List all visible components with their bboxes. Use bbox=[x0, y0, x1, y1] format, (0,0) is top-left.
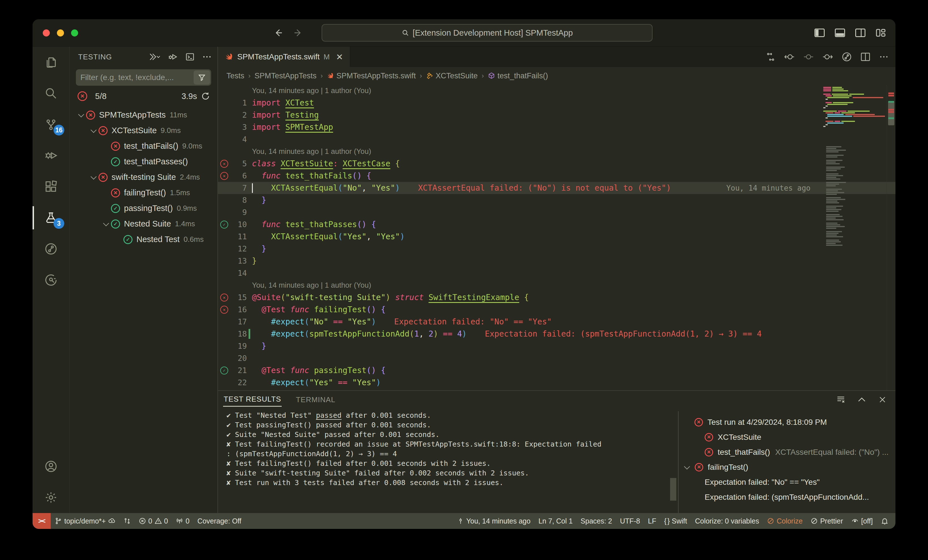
close-panel-icon[interactable] bbox=[878, 396, 887, 404]
code-editor[interactable]: You, 14 minutes ago | 1 author (You)1imp… bbox=[218, 85, 896, 390]
minimize-window-button[interactable] bbox=[57, 29, 64, 37]
chevron-down-icon[interactable] bbox=[91, 173, 96, 180]
code-line[interactable]: 11 XCTAssertEqual("Yes", "Yes") bbox=[218, 230, 896, 243]
code-line[interactable]: 17 #expect("No" == "Yes")Expectation fai… bbox=[218, 316, 896, 328]
result-tree-item[interactable]: Expectation failed: "No" == "Yes" bbox=[679, 475, 896, 490]
explorer-icon[interactable] bbox=[32, 47, 69, 78]
chevron-down-icon[interactable] bbox=[684, 464, 690, 470]
gutter-pass-icon[interactable]: ✓ bbox=[220, 367, 228, 374]
customize-layout-icon[interactable] bbox=[876, 29, 886, 37]
gutter-pass-icon[interactable]: ✓ bbox=[220, 221, 228, 228]
remote-indicator[interactable]: >< bbox=[32, 513, 51, 529]
code-line[interactable]: ✕6 func test_thatFails() { bbox=[218, 170, 896, 182]
code-line[interactable]: 18 #expect(spmTestAppFunctionAdd(1, 2) =… bbox=[218, 328, 896, 340]
source-control-icon[interactable]: 16 bbox=[32, 109, 69, 140]
coverage-item[interactable]: Coverage: Off bbox=[193, 513, 245, 529]
command-center-search[interactable]: [Extension Development Host] SPMTestApp bbox=[322, 24, 653, 41]
run-all-tests-icon[interactable] bbox=[149, 52, 160, 61]
gitlens-icon[interactable] bbox=[32, 233, 69, 265]
code-line[interactable]: 7 XCTAssertEqual("No", "Yes")XCTAssertEq… bbox=[218, 182, 896, 194]
previous-change-icon[interactable] bbox=[784, 52, 795, 62]
extensions-icon[interactable] bbox=[32, 171, 69, 202]
code-line[interactable]: 2import Testing bbox=[218, 109, 896, 121]
test-tree-item[interactable]: ✓Nested Suite1.4ms bbox=[70, 216, 217, 231]
tab-test-results[interactable]: TEST RESULTS bbox=[223, 393, 282, 407]
code-line[interactable]: ✕16 @Test func failingTest() { bbox=[218, 303, 896, 316]
breadcrumb-item[interactable]: Tests bbox=[226, 72, 244, 80]
code-line[interactable]: 19 } bbox=[218, 340, 896, 352]
blame-item[interactable]: You, 14 minutes ago bbox=[453, 513, 534, 529]
current-change-icon[interactable] bbox=[803, 52, 814, 62]
code-line[interactable]: 3import SPMTestApp bbox=[218, 121, 896, 133]
gitlens-inspect-icon[interactable] bbox=[32, 265, 69, 295]
code-line[interactable]: 8 } bbox=[218, 194, 896, 206]
breadcrumb-item[interactable]: SPMTestAppTests bbox=[255, 72, 316, 80]
test-tree-item[interactable]: ✕failingTest()1.5ms bbox=[70, 185, 217, 201]
test-tree-item[interactable]: ✓passingTest()0.9ms bbox=[70, 201, 217, 216]
zoom-window-button[interactable] bbox=[71, 29, 78, 37]
more-actions-icon[interactable] bbox=[202, 52, 212, 61]
split-editor-icon[interactable] bbox=[860, 52, 870, 61]
chevron-down-icon[interactable] bbox=[103, 220, 109, 226]
chevron-down-icon[interactable] bbox=[78, 111, 84, 117]
code-line[interactable]: ✓21 @Test func passingTest() { bbox=[218, 364, 896, 376]
language-item[interactable]: { }Swift bbox=[660, 513, 691, 529]
test-tree-item[interactable]: ✕XCTestSuite9.0ms bbox=[70, 123, 217, 138]
code-line[interactable]: 23 } bbox=[218, 389, 896, 390]
problems-item[interactable]: 0 0 bbox=[135, 513, 172, 529]
test-output[interactable]: ✔ Test "Nested Test" passed after 0.001 … bbox=[218, 408, 678, 513]
minimap[interactable] bbox=[823, 85, 887, 390]
gutter-fail-icon[interactable]: ✕ bbox=[220, 306, 228, 313]
maximize-panel-icon[interactable] bbox=[857, 396, 867, 404]
code-line[interactable]: 13} bbox=[218, 255, 896, 267]
errorlens-item[interactable]: [off] bbox=[847, 513, 877, 529]
result-tree-item[interactable]: ✕XCTestSuite bbox=[679, 430, 896, 444]
settings-gear-icon[interactable] bbox=[32, 482, 69, 513]
rerun-tests-icon[interactable] bbox=[201, 91, 210, 101]
accounts-icon[interactable] bbox=[32, 451, 69, 482]
tab-spmtestapptests-swift[interactable]: SPMTestAppTests.swift M ✕ bbox=[218, 47, 350, 67]
gutter-fail-icon[interactable]: ✕ bbox=[220, 294, 228, 301]
test-filter-input[interactable] bbox=[76, 73, 194, 82]
encoding-item[interactable]: UTF-8 bbox=[616, 513, 644, 529]
code-line[interactable]: 12 } bbox=[218, 243, 896, 255]
code-line[interactable]: ✕15@Suite("swift-testing Suite") struct … bbox=[218, 291, 896, 303]
code-line[interactable]: 14 bbox=[218, 267, 896, 279]
debug-tests-icon[interactable] bbox=[168, 52, 178, 61]
open-changes-icon[interactable] bbox=[766, 52, 775, 62]
compare-item[interactable] bbox=[119, 513, 135, 529]
indentation-item[interactable]: Spaces: 2 bbox=[577, 513, 616, 529]
nav-forward-icon[interactable] bbox=[293, 28, 303, 38]
testing-view-icon[interactable]: 3 bbox=[32, 202, 69, 233]
breadcrumb-item[interactable]: test_thatFails() bbox=[488, 72, 548, 80]
branch-item[interactable]: topic/demo*+ bbox=[51, 513, 119, 529]
test-tree-item[interactable]: ✓Nested Test0.6ms bbox=[70, 231, 217, 247]
cursor-position-item[interactable]: Ln 7, Col 1 bbox=[534, 513, 577, 529]
colorize-item[interactable]: Colorize bbox=[763, 513, 807, 529]
code-line[interactable]: 20 bbox=[218, 352, 896, 364]
breadcrumb-item[interactable]: SPMTestAppTests.swift bbox=[327, 72, 416, 80]
editor-more-actions-icon[interactable] bbox=[879, 52, 889, 61]
tab-close-icon[interactable]: ✕ bbox=[336, 52, 343, 62]
result-tree-item[interactable]: Expectation failed: (spmTestAppFunctionA… bbox=[679, 490, 896, 505]
tab-terminal[interactable]: TERMINAL bbox=[295, 393, 336, 406]
editor-scrollbar[interactable] bbox=[887, 85, 896, 390]
colorize-vars-item[interactable]: Colorize: 0 variables bbox=[691, 513, 763, 529]
code-line[interactable]: ✕5class XCTestSuite: XCTestCase { bbox=[218, 158, 896, 170]
gutter-fail-icon[interactable]: ✕ bbox=[220, 160, 228, 168]
run-debug-icon[interactable] bbox=[32, 140, 69, 171]
eol-item[interactable]: LF bbox=[644, 513, 660, 529]
toggle-panel-icon[interactable] bbox=[835, 29, 845, 37]
output-scrollbar[interactable] bbox=[670, 478, 676, 501]
gitlens-graph-icon[interactable] bbox=[842, 52, 852, 62]
next-change-icon[interactable] bbox=[823, 52, 833, 62]
code-line[interactable]: 9 bbox=[218, 206, 896, 218]
test-tree-item[interactable]: ✓test_thatPasses() bbox=[70, 154, 217, 169]
result-tree-item[interactable]: ✕test_thatFails()XCTAssertEqual failed: … bbox=[679, 444, 896, 460]
search-view-icon[interactable] bbox=[32, 78, 69, 109]
clear-test-results-icon[interactable] bbox=[836, 395, 846, 404]
code-line[interactable]: 4 bbox=[218, 133, 896, 145]
test-tree-item[interactable]: ✕swift-testing Suite2.4ms bbox=[70, 169, 217, 185]
gutter-fail-icon[interactable]: ✕ bbox=[220, 172, 228, 180]
result-tree-item[interactable]: ✕Test run at 4/29/2024, 8:18:09 PM bbox=[679, 415, 896, 430]
